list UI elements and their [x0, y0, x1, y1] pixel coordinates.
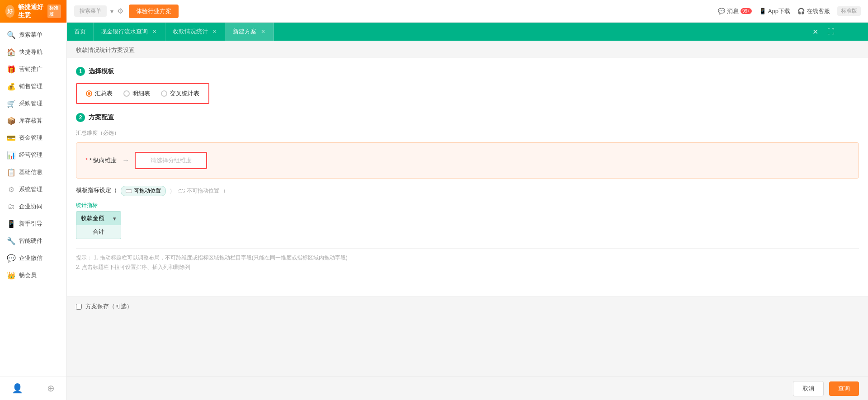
sidebar-menu: 🔍 搜索菜单 🏠 快捷导航 🎁 营销推广 💰 销售管理 🛒 采购管理 📦 库存核…	[0, 23, 66, 376]
cancel-button[interactable]: 取消	[793, 381, 824, 396]
sidebar-item-guide[interactable]: 📱 新手引导	[0, 215, 66, 232]
home-icon: 🏠	[7, 48, 15, 56]
metrics-cell-header: 收款金额 ▾	[76, 212, 121, 225]
sidebar-item-marketing[interactable]: 🎁 营销推广	[0, 61, 66, 78]
sidebar-item-ops[interactable]: 📊 经营管理	[0, 146, 66, 164]
tab-home-label: 首页	[74, 28, 86, 36]
radio-detail-label: 明细表	[132, 89, 150, 98]
tab-cashflow-close[interactable]: ✕	[151, 28, 158, 36]
metrics-category: 统计指标	[76, 202, 121, 209]
sidebar-item-vip[interactable]: 👑 畅会员	[0, 267, 66, 284]
drag-indicator: 可拖动位置	[121, 186, 166, 196]
sidebar: 好 畅捷通好生意 标准版 🔍 搜索菜单 🏠 快捷导航 🎁 营销推广 💰 销售管理…	[0, 0, 67, 400]
main-area: 搜索菜单 ▾ ⚙ 体验行业方案 💬 消息 99+ 📱 App下载 🎧 在线客服 …	[67, 0, 868, 400]
metrics-section: 模板指标设定（ 可拖动位置 ） 不可拖动位置 ） 统计指标	[76, 186, 859, 239]
sidebar-item-system[interactable]: ⚙ 系统管理	[0, 181, 66, 198]
metrics-separator: ）	[170, 187, 175, 195]
sidebar-label-funds: 资金管理	[19, 134, 42, 142]
page-header: 收款情况统计方案设置	[67, 41, 868, 58]
box-icon: 📦	[7, 117, 15, 125]
top-header: 搜索菜单 ▾ ⚙ 体验行业方案 💬 消息 99+ 📱 App下载 🎧 在线客服 …	[67, 0, 868, 23]
sidebar-label-basic-info: 基础信息	[19, 168, 42, 176]
radio-summary[interactable]: 汇总表	[86, 89, 113, 98]
tab-new-plan[interactable]: 新建方案 ✕	[226, 23, 274, 41]
radio-detail-circle	[123, 90, 130, 97]
header-dropdown-icon[interactable]: ▾	[110, 8, 113, 15]
query-button[interactable]: 查询	[829, 381, 859, 396]
dim-placeholder[interactable]: 请选择分组维度	[135, 152, 207, 169]
tab-home[interactable]: 首页	[67, 23, 94, 41]
chevron-down-icon[interactable]: ▾	[113, 215, 116, 222]
gear-icon: ⚙	[7, 185, 15, 193]
metrics-section-label: 模板指标设定（	[76, 186, 117, 194]
metrics-cell[interactable]: 收款金额 ▾ 合计	[76, 211, 121, 239]
tips-area: 提示： 1. 拖动标题栏可以调整布局，不可跨维度或指标区域拖动栏目字段(只能在同…	[76, 248, 859, 278]
chat-icon: 💬	[7, 254, 15, 262]
config-subsection-dim: 汇总维度（必选） * * 纵向维度 → 请选择分组维度	[76, 129, 859, 179]
download-label: App下载	[768, 7, 790, 15]
tab-bar: 首页 现金银行流水查询 ✕ 收款情况统计 ✕ 新建方案 ✕ ✕ ⛶	[67, 23, 868, 41]
download-btn[interactable]: 📱 App下载	[759, 7, 790, 15]
section-title-1: 选择模板	[89, 67, 114, 75]
sidebar-label-search: 搜索菜单	[19, 31, 42, 39]
save-option-label[interactable]: 方案保存（可选）	[85, 302, 132, 311]
sidebar-item-basic-info[interactable]: 📋 基础信息	[0, 164, 66, 181]
radio-summary-circle	[86, 90, 92, 97]
sidebar-item-sales[interactable]: 💰 销售管理	[0, 78, 66, 95]
user-avatar[interactable]: 标准版	[837, 6, 861, 16]
tab-expand-action[interactable]: ⛶	[825, 26, 837, 38]
tab-cashflow[interactable]: 现金银行流水查询 ✕	[94, 23, 165, 41]
radio-cross-label: 交叉统计表	[170, 89, 199, 98]
content-area: 收款情况统计方案设置 1 选择模板 汇总表 明细表	[67, 41, 868, 376]
sidebar-label-ops: 经营管理	[19, 151, 42, 159]
money-icon: 💰	[7, 82, 15, 90]
metrics-cell-body: 合计	[76, 225, 121, 239]
section-num-1: 1	[76, 67, 85, 76]
tab-receipt-stats[interactable]: 收款情况统计 ✕	[165, 23, 226, 41]
tab-receipt-stats-close[interactable]: ✕	[212, 28, 218, 36]
sidebar-item-smart-hw[interactable]: 🔧 智能硬件	[0, 232, 66, 249]
sidebar-item-coop[interactable]: 🗂 企业协同	[0, 198, 66, 215]
radio-detail[interactable]: 明细表	[123, 89, 150, 98]
clipboard-icon: 📋	[7, 168, 15, 176]
sidebar-bottom-icon-right[interactable]: ⊕	[44, 380, 57, 396]
sidebar-label-quick-nav: 快捷导航	[19, 48, 42, 56]
breadcrumb: 搜索菜单	[74, 5, 107, 17]
metrics-cell-header-text: 收款金额	[81, 214, 104, 222]
sidebar-item-purchase[interactable]: 🛒 采购管理	[0, 95, 66, 112]
sidebar-bottom-icon-left[interactable]: 👤	[9, 380, 26, 396]
logo-icon: 好	[5, 5, 14, 18]
sidebar-label-purchase: 采购管理	[19, 99, 42, 108]
crown-icon: 👑	[7, 271, 15, 279]
tab-bar-actions: ✕ ⛶	[810, 26, 841, 38]
logo-text: 畅捷通好生意	[18, 3, 46, 19]
header-gear-icon[interactable]: ⚙	[117, 7, 123, 15]
version-tag: 标准版	[47, 5, 61, 18]
service-icon: 🎧	[797, 8, 805, 14]
section-template: 1 选择模板 汇总表 明细表 交叉统计表	[76, 67, 859, 104]
tool-icon: 🔧	[7, 237, 15, 245]
notification-icon: 💬	[718, 8, 725, 14]
tab-new-plan-close[interactable]: ✕	[260, 28, 266, 36]
radio-cross[interactable]: 交叉统计表	[161, 89, 199, 98]
tab-close-action[interactable]: ✕	[810, 26, 821, 38]
search-icon: 🔍	[7, 31, 15, 39]
drag-label: 可拖动位置	[134, 187, 161, 195]
save-checkbox[interactable]	[76, 304, 82, 310]
sidebar-item-search[interactable]: 🔍 搜索菜单	[0, 26, 66, 43]
notification-btn[interactable]: 💬 消息 99+	[718, 7, 752, 15]
gift-icon: 🎁	[7, 65, 15, 73]
no-drag-indicator: 不可拖动位置	[179, 187, 219, 195]
industry-btn[interactable]: 体验行业方案	[129, 5, 179, 18]
sidebar-item-inventory[interactable]: 📦 库存核算	[0, 112, 66, 129]
sidebar-item-funds[interactable]: 💳 资金管理	[0, 129, 66, 146]
sidebar-label-smart-hw: 智能硬件	[19, 237, 42, 245]
tips-line-2: 2. 点击标题栏下拉可设置排序、插入列和删除列	[76, 264, 859, 271]
page-body: 1 选择模板 汇总表 明细表 交叉统计表	[67, 58, 868, 296]
service-btn[interactable]: 🎧 在线客服	[797, 7, 830, 15]
sidebar-item-wechat[interactable]: 💬 企业微信	[0, 249, 66, 267]
card-icon: 💳	[7, 134, 15, 142]
section-template-header: 1 选择模板	[76, 67, 859, 76]
section-num-2: 2	[76, 113, 85, 122]
sidebar-item-quick-nav[interactable]: 🏠 快捷导航	[0, 43, 66, 61]
